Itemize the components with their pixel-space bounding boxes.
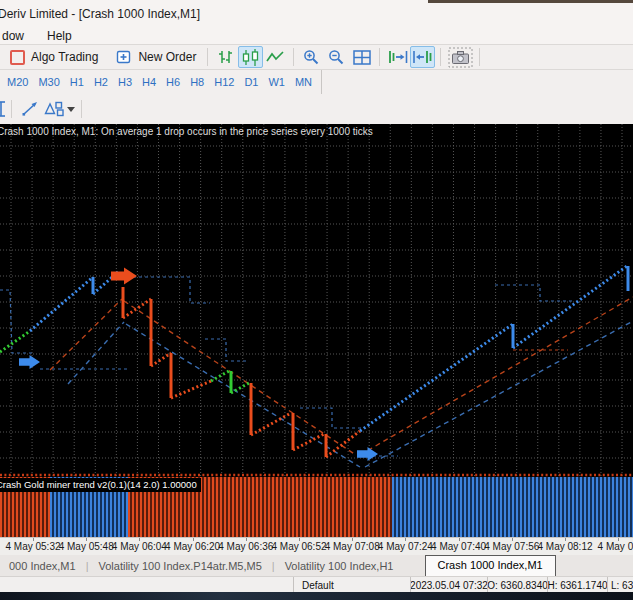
step-level-line xyxy=(205,339,248,361)
time-label: 4 May 06:20 xyxy=(165,541,220,552)
algo-trading-button[interactable]: Algo Trading xyxy=(4,48,104,67)
chart-shift-icon xyxy=(412,49,433,65)
price-chart xyxy=(0,124,633,477)
toolbar-separator xyxy=(11,100,12,118)
time-label: 4 May 06:52 xyxy=(271,541,326,552)
tab-000-index-m1[interactable]: 000 Index,M1 xyxy=(0,557,85,576)
toolbar-separator xyxy=(293,48,294,66)
new-order-icon xyxy=(116,49,132,65)
trend-dashed-line xyxy=(68,322,124,384)
cursor-tool-icon-partial[interactable] xyxy=(0,100,6,118)
chart-shift-button[interactable] xyxy=(410,46,435,68)
auto-scroll-icon xyxy=(387,49,408,65)
time-label: 4 May 06:04 xyxy=(112,541,167,552)
timeframe-m30[interactable]: M30 xyxy=(33,73,64,91)
shapes-tool-button[interactable] xyxy=(42,98,76,120)
indicator-label: Crash Gold miner trend v2(0.1)(14 2.0) 1… xyxy=(0,478,201,492)
chart-area[interactable]: Crash 1000 Index, M1: On average 1 drop … xyxy=(0,124,633,477)
step-level-line xyxy=(495,285,575,301)
menu-bar: dow Help xyxy=(0,28,633,44)
toolbar-separator xyxy=(81,100,82,118)
candlestick-chart-icon xyxy=(241,49,261,66)
status-profile[interactable]: Default xyxy=(293,577,410,593)
time-label: 4 May 07:08 xyxy=(325,541,380,552)
price-segment xyxy=(360,324,513,431)
status-datetime: 2023.05.04 07:32 xyxy=(410,577,487,593)
bar-chart-button[interactable] xyxy=(213,46,238,68)
screenshot-button[interactable] xyxy=(446,46,474,68)
timeframe-buttons: M20M30H1H2H3H4H6H8H12D1W1MN xyxy=(0,70,322,94)
trend-dashed-line xyxy=(50,299,122,370)
price-segment xyxy=(30,277,93,331)
new-order-button[interactable]: New Order xyxy=(110,47,202,67)
indicator-panel[interactable]: Crash Gold miner trend v2(0.1)(14 2.0) 1… xyxy=(0,477,633,537)
candlestick-chart-button[interactable] xyxy=(238,46,263,68)
trend-dashed-line xyxy=(360,297,633,455)
tab-volatility-100-index-h1[interactable]: Volatility 100 Index,H1 xyxy=(276,557,403,576)
tile-windows-icon xyxy=(353,50,371,65)
signal-arrow xyxy=(111,268,137,285)
step-level-line xyxy=(0,290,34,353)
line-chart-button[interactable] xyxy=(263,46,288,68)
timeframe-h1[interactable]: H1 xyxy=(65,73,89,91)
trendline-icon xyxy=(20,100,40,118)
timeframe-h6[interactable]: H6 xyxy=(161,73,185,91)
toolbar-separator xyxy=(379,48,380,66)
window-title: Deriv Limited - [Crash 1000 Index,M1] xyxy=(0,7,200,21)
timeframe-h3[interactable]: H3 xyxy=(113,73,137,91)
chevron-down-icon xyxy=(67,107,75,112)
step-level-line xyxy=(133,277,210,303)
time-label: 4 May 07:40 xyxy=(431,541,486,552)
timeframe-w1[interactable]: W1 xyxy=(263,73,290,91)
tab-crash-1000-index-m1[interactable]: Crash 1000 Index,M1 xyxy=(425,555,556,576)
camera-icon xyxy=(448,47,473,68)
price-segment xyxy=(151,353,171,366)
timeframe-h8[interactable]: H8 xyxy=(185,73,209,91)
signal-arrow xyxy=(357,447,378,461)
algo-trading-label: Algo Trading xyxy=(31,50,98,64)
trendline-tool-button[interactable] xyxy=(17,98,42,120)
timeframe-h4[interactable]: H4 xyxy=(137,73,161,91)
chart-comment: Crash 1000 Index, M1: On average 1 drop … xyxy=(0,126,373,137)
time-label: 4 May 07:56 xyxy=(484,541,539,552)
time-label: 4 May 07:24 xyxy=(378,541,433,552)
menu-help[interactable]: Help xyxy=(47,28,72,44)
toolbar-separator xyxy=(440,48,441,66)
signal-arrow xyxy=(19,355,40,369)
timeframe-h2[interactable]: H2 xyxy=(89,73,113,91)
toolbar-separator xyxy=(479,48,480,66)
algo-trading-icon xyxy=(10,50,25,65)
desktop-background xyxy=(0,592,633,600)
line-chart-icon xyxy=(266,50,285,64)
toolbar-separator xyxy=(207,48,208,66)
zoom-out-button[interactable] xyxy=(324,46,349,68)
timeframe-bar: M20M30H1H2H3H4H6H8H12D1W1MN xyxy=(0,70,633,95)
desktop-edge xyxy=(428,0,633,3)
tab-volatility-100-index-p14atr-m5-m5[interactable]: Volatility 100 Index.P14atr.M5,M5 xyxy=(90,557,271,576)
price-segment xyxy=(326,431,360,457)
title-bar[interactable]: Deriv Limited - [Crash 1000 Index,M1] xyxy=(0,0,633,28)
price-segment xyxy=(171,381,211,398)
time-axis[interactable]: 4 May 05:324 May 05:484 May 06:044 May 0… xyxy=(0,537,633,556)
menu-window[interactable]: dow xyxy=(2,28,24,44)
toolbar-main: Algo Trading New Order xyxy=(0,44,633,70)
auto-scroll-button[interactable] xyxy=(385,46,410,68)
trend-dashed-line xyxy=(365,321,633,467)
indicator-blue-block xyxy=(392,477,633,537)
shapes-icon xyxy=(44,101,64,117)
status-open: O: 6360.8340 xyxy=(487,577,547,593)
status-low: L: 63 xyxy=(607,577,633,593)
tile-windows-button[interactable] xyxy=(349,46,374,68)
status-bar: Default 2023.05.04 07:32 O: 6360.8340 H:… xyxy=(0,576,633,593)
timeframe-m20[interactable]: M20 xyxy=(2,73,33,91)
zoom-in-button[interactable] xyxy=(299,46,324,68)
price-segment xyxy=(231,383,249,393)
time-label: 4 May 08 xyxy=(598,541,633,552)
chart-tab-bar: 000 Index,M1|Volatility 100 Index.P14atr… xyxy=(0,555,633,576)
timeframe-mn[interactable]: MN xyxy=(290,73,317,91)
timeframe-d1[interactable]: D1 xyxy=(239,73,263,91)
timeframe-h12[interactable]: H12 xyxy=(209,73,239,91)
zoom-in-icon xyxy=(303,49,320,66)
step-level-line xyxy=(300,408,362,428)
time-label: 4 May 06:36 xyxy=(218,541,273,552)
